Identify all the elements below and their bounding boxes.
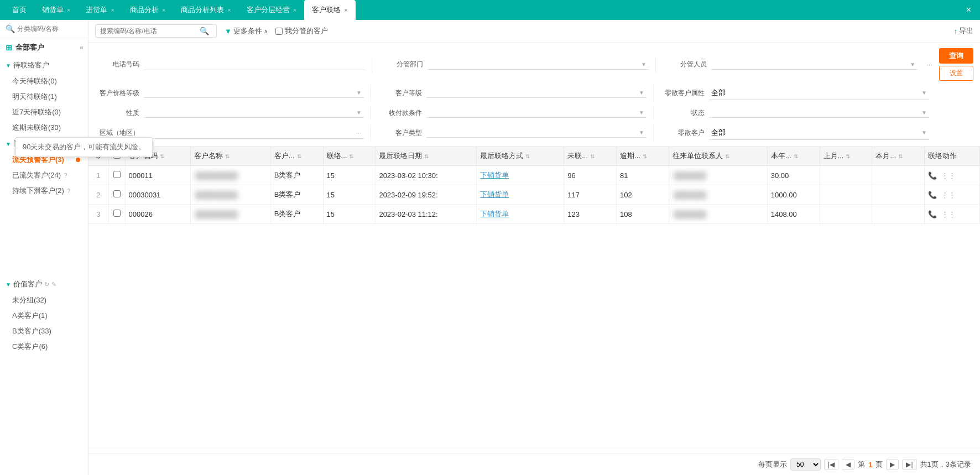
sidebar-item-churned[interactable]: 已流失客户(24) ? xyxy=(0,168,88,183)
close-tab-sales-order[interactable]: × xyxy=(67,7,70,13)
th-last-date[interactable]: 最后联络日期 ⇅ xyxy=(376,147,477,166)
tab-purchase-order[interactable]: 进货单 × xyxy=(78,0,122,20)
filter-select-payment[interactable]: ▼ xyxy=(426,108,647,118)
manager-dots[interactable]: ··· xyxy=(926,60,932,69)
tooltip-problem-customer: 90天未交易的客户，可能有流失风险。 xyxy=(15,137,88,157)
filter-select-customer-type[interactable]: ▼ xyxy=(426,128,647,138)
filter-select-customer-grade[interactable]: ▼ xyxy=(426,88,647,98)
sidebar-group-pending[interactable]: ▼ 待联络客户 xyxy=(0,57,88,74)
tab-sales-order[interactable]: 销货单 × xyxy=(34,0,78,20)
close-tab-customer-segment[interactable]: × xyxy=(293,7,296,13)
td-checkbox-3[interactable] xyxy=(108,205,125,224)
action-more-3[interactable]: ⋮⋮ xyxy=(941,210,956,218)
td-type-1: B类客户 xyxy=(270,166,323,185)
filter-label-payment: 收付款条件 xyxy=(378,108,422,118)
filter-select-dept[interactable]: ▼ xyxy=(428,60,649,70)
td-checkbox-2[interactable] xyxy=(108,185,125,205)
td-last-method-2[interactable]: 下销货单 xyxy=(477,185,564,205)
action-phone-3[interactable]: 📞 xyxy=(928,210,937,218)
filter-scatter-customer: 零散客户 全部 ▼ xyxy=(660,126,929,140)
td-last-method-3[interactable]: 下销货单 xyxy=(477,205,564,224)
filter-select-scatter-customer[interactable]: 全部 ▼ xyxy=(709,126,929,140)
query-btn[interactable]: 查询 xyxy=(939,48,973,64)
sidebar-search-input[interactable] xyxy=(17,25,82,33)
th-contact-days[interactable]: 联络... ⇅ xyxy=(323,147,376,166)
export-btn[interactable]: ↑ 导出 xyxy=(954,26,974,36)
td-last-date-3: 2023-02-03 11:12: xyxy=(376,205,477,224)
td-last-method-1[interactable]: 下销货单 xyxy=(477,166,564,185)
td-action-1: 📞 ⋮⋮ xyxy=(925,166,980,185)
tab-product-analysis[interactable]: 商品分析 × xyxy=(122,0,173,20)
sidebar-item-declining[interactable]: 持续下滑客户(2) ? xyxy=(0,183,88,199)
last-method-link-1[interactable]: 下销货单 xyxy=(480,171,509,179)
settings-btn[interactable]: 设置 xyxy=(939,66,973,81)
last-method-link-2[interactable]: 下销货单 xyxy=(480,190,509,199)
pager-next-btn[interactable]: ▶ xyxy=(886,459,899,470)
filter-price-grade: 客户价格等级 ▼ xyxy=(95,88,364,98)
divider-8 xyxy=(653,125,654,140)
filter-select-manager[interactable]: ▼ xyxy=(711,60,918,70)
th-contact-person[interactable]: 往来单位联系人 ⇅ xyxy=(669,147,767,166)
action-phone-2[interactable]: 📞 xyxy=(928,191,937,199)
sidebar-item-today-pending[interactable]: 今天待联络(0) xyxy=(0,74,88,89)
close-all-tabs[interactable]: × xyxy=(962,5,976,15)
filter-select-price-grade[interactable]: ▼ xyxy=(144,88,364,98)
pager-first-btn[interactable]: |◀ xyxy=(824,459,838,470)
pager-last-btn[interactable]: ▶| xyxy=(902,459,916,470)
sidebar-root[interactable]: ⊞ 全部客户 « xyxy=(0,38,88,57)
td-index-2: 2 xyxy=(88,185,108,205)
filter-select-scatter-attr[interactable]: 全部 ▼ xyxy=(709,86,929,100)
th-this-month[interactable]: 本月... ⇅ xyxy=(872,147,925,166)
row-checkbox-3[interactable] xyxy=(113,210,121,217)
td-no-contact-2: 117 xyxy=(564,185,617,205)
filter-more-btn[interactable]: ▼ 更多条件 ∧ xyxy=(221,24,271,38)
tab-product-analysis-list[interactable]: 商品分析列表 × xyxy=(173,0,238,20)
filter-row-3: 性质 ▼ 收付款条件 ▼ 状态 xyxy=(95,105,973,121)
action-more-2[interactable]: ⋮⋮ xyxy=(941,191,956,199)
edit-icon-value[interactable]: ✎ xyxy=(51,281,56,288)
pager-prev-btn[interactable]: ◀ xyxy=(842,459,854,470)
tab-customer-contact[interactable]: 客户联络 × xyxy=(304,0,355,20)
th-name[interactable]: 客户名称 ⇅ xyxy=(190,147,270,166)
region-dots[interactable]: ··· xyxy=(356,128,362,137)
row-checkbox-1[interactable] xyxy=(113,171,121,178)
close-tab-product-analysis[interactable]: × xyxy=(162,7,165,13)
sidebar-item-overdue-pending[interactable]: 逾期未联络(30) xyxy=(0,120,88,135)
close-tab-customer-contact[interactable]: × xyxy=(344,7,347,13)
per-page-select[interactable]: 50 100 200 xyxy=(790,458,821,471)
sidebar-item-tomorrow-pending[interactable]: 明天待联络(1) xyxy=(0,89,88,105)
filter-select-region[interactable]: ··· xyxy=(144,127,364,139)
action-phone-1[interactable]: 📞 xyxy=(928,171,937,180)
th-last-month[interactable]: 上月... ⇅ xyxy=(820,147,872,166)
refresh-icon-value[interactable]: ↻ xyxy=(44,281,49,288)
close-tab-product-analysis-list[interactable]: × xyxy=(227,7,231,13)
sidebar-item-week-pending[interactable]: 近7天待联络(0) xyxy=(0,105,88,120)
sidebar-item-class-b[interactable]: B类客户(33) xyxy=(0,323,88,339)
sidebar-group-value[interactable]: ▼ 价值客户 ↻ ✎ xyxy=(0,276,88,293)
last-method-link-3[interactable]: 下销货单 xyxy=(480,210,509,218)
tab-customer-segment[interactable]: 客户分层经营 × xyxy=(239,0,304,20)
th-last-method[interactable]: 最后联络方式 ⇅ xyxy=(477,147,564,166)
filter-input-phone[interactable] xyxy=(144,59,365,70)
sidebar-item-class-c[interactable]: C类客户(6) xyxy=(0,339,88,354)
filter-select-nature[interactable]: ▼ xyxy=(144,108,364,118)
sidebar-collapse-btn[interactable]: « xyxy=(80,44,84,51)
td-code-1: 000011 xyxy=(125,166,190,185)
filter-select-status[interactable]: ▼ xyxy=(709,108,929,118)
tab-home[interactable]: 首页 xyxy=(4,0,34,20)
my-customers-checkbox[interactable] xyxy=(275,28,283,35)
close-tab-purchase-order[interactable]: × xyxy=(111,7,114,13)
my-customers-checkbox-label[interactable]: 我分管的客户 xyxy=(275,26,328,36)
sidebar-item-class-a[interactable]: A类客户(1) xyxy=(0,308,88,323)
action-more-1[interactable]: ⋮⋮ xyxy=(941,171,956,180)
sidebar-item-ungrouped[interactable]: 未分组(32) xyxy=(0,293,88,308)
th-no-contact[interactable]: 未联... ⇅ xyxy=(564,147,617,166)
td-checkbox-1[interactable] xyxy=(108,166,125,185)
th-type[interactable]: 客户... ⇅ xyxy=(270,147,323,166)
horizontal-scrollbar[interactable] xyxy=(88,447,980,453)
search-input[interactable] xyxy=(100,27,200,35)
row-checkbox-2[interactable] xyxy=(113,190,121,197)
th-overdue[interactable]: 逾期... ⇅ xyxy=(617,147,669,166)
th-this-year[interactable]: 本年... ⇅ xyxy=(767,147,820,166)
search-icon[interactable]: 🔍 xyxy=(200,27,209,35)
